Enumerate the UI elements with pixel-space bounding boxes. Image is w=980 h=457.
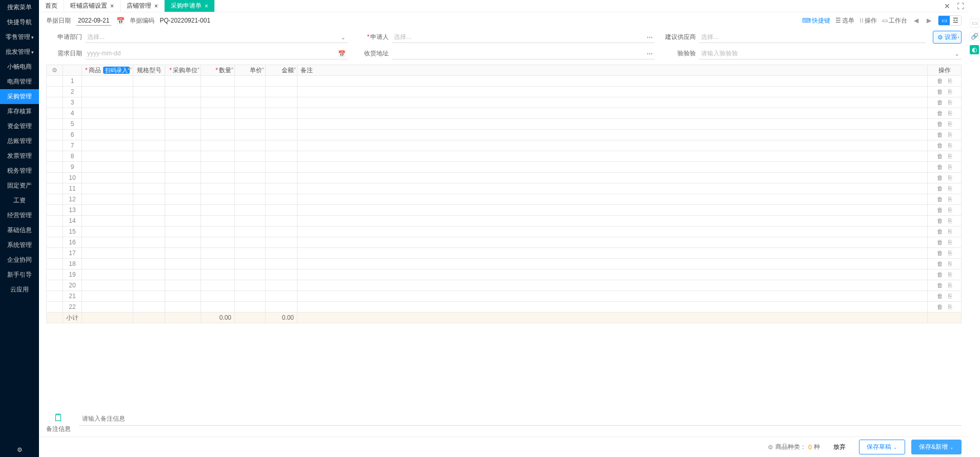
delete-icon[interactable]: 🗑 <box>937 206 943 214</box>
applicant-input[interactable] <box>392 31 654 43</box>
copy-icon[interactable]: ⎘ <box>948 131 952 138</box>
table-row[interactable]: 15🗑⎘ <box>47 226 962 237</box>
close-icon[interactable]: × <box>154 3 158 10</box>
copy-icon[interactable]: ⎘ <box>948 77 952 85</box>
copy-icon[interactable]: ⎘ <box>948 293 952 300</box>
tab-3[interactable]: 采购申请单× <box>165 0 215 12</box>
discard-button[interactable]: 放弃 <box>826 440 853 454</box>
prev-doc-icon[interactable]: ◀ <box>912 17 920 24</box>
need-date-input[interactable] <box>85 48 348 59</box>
col-qty[interactable]: ▴▾*数量 <box>201 65 235 76</box>
workbench-link[interactable]: ▭ 工作台 <box>882 16 907 25</box>
strip-icon-3[interactable]: ◐ <box>970 45 979 54</box>
sidebar-item-17[interactable]: 企业协同 <box>0 253 39 267</box>
delete-icon[interactable]: 🗑 <box>937 271 943 278</box>
col-price[interactable]: 单价▴▾ <box>235 65 266 76</box>
ellipsis-icon[interactable]: ⋯ <box>953 34 959 41</box>
table-row[interactable]: 1🗑⎘ <box>47 76 962 87</box>
copy-icon[interactable]: ⎘ <box>948 260 952 267</box>
sidebar-item-19[interactable]: 云应用 <box>0 282 39 297</box>
table-row[interactable]: 19🗑⎘ <box>47 269 962 280</box>
chevron-down-icon[interactable]: ⌄ <box>954 50 959 57</box>
table-row[interactable]: 9🗑⎘ <box>47 162 962 173</box>
sidebar-item-10[interactable]: 发票管理 <box>0 149 39 163</box>
close-all-icon[interactable]: ✕ <box>942 1 952 11</box>
sidebar-item-16[interactable]: 系统管理 <box>0 238 39 253</box>
delete-icon[interactable]: 🗑 <box>937 110 943 117</box>
tab-2[interactable]: 店铺管理× <box>121 0 165 12</box>
delete-icon[interactable]: 🗑 <box>937 174 943 181</box>
table-row[interactable]: 22🗑⎘ <box>47 302 962 313</box>
view-form-button[interactable]: ▭ <box>938 16 950 25</box>
gear-icon[interactable]: ⚙ <box>52 67 57 74</box>
calendar-icon[interactable]: 📅 <box>338 50 346 57</box>
copy-icon[interactable]: ⎘ <box>948 120 952 128</box>
copy-icon[interactable]: ⎘ <box>948 110 952 117</box>
delete-icon[interactable]: 🗑 <box>937 163 943 171</box>
sidebar-item-2[interactable]: 零售管理▾ <box>0 30 39 45</box>
close-icon[interactable]: × <box>110 3 114 10</box>
sidebar-item-5[interactable]: 电商管理 <box>0 74 39 89</box>
copy-icon[interactable]: ⎘ <box>948 271 952 278</box>
sidebar-item-15[interactable]: 基础信息 <box>0 223 39 238</box>
copy-icon[interactable]: ⎘ <box>948 142 952 149</box>
sidebar-item-13[interactable]: 工资 <box>0 193 39 208</box>
gear-icon[interactable]: ⚙ <box>768 444 773 451</box>
copy-icon[interactable]: ⎘ <box>948 250 952 257</box>
tab-1[interactable]: 旺铺店铺设置× <box>64 0 121 12</box>
delete-icon[interactable]: 🗑 <box>937 99 943 106</box>
ellipsis-icon[interactable]: ⋯ <box>647 34 653 41</box>
ellipsis-icon[interactable]: ⋯ <box>647 50 653 57</box>
delete-icon[interactable]: 🗑 <box>937 153 943 160</box>
copy-icon[interactable]: ⎘ <box>948 185 952 192</box>
select-bill-link[interactable]: ☰ 选单 <box>835 16 854 25</box>
expand-icon[interactable]: ⛶ <box>955 1 966 11</box>
sidebar-item-9[interactable]: 总账管理 <box>0 134 39 149</box>
table-row[interactable]: 20🗑⎘ <box>47 280 962 291</box>
copy-icon[interactable]: ⎘ <box>948 174 952 181</box>
table-row[interactable]: 4🗑⎘ <box>47 108 962 119</box>
delete-icon[interactable]: 🗑 <box>937 250 943 257</box>
copy-icon[interactable]: ⎘ <box>948 163 952 171</box>
shortcut-link[interactable]: ⌨ 快捷键 <box>802 16 830 25</box>
sidebar-item-12[interactable]: 固定资产 <box>0 178 39 193</box>
delete-icon[interactable]: 🗑 <box>937 142 943 149</box>
chevron-down-icon[interactable]: ⌄ <box>341 34 346 41</box>
copy-icon[interactable]: ⎘ <box>948 99 952 106</box>
col-unit[interactable]: ▴▾*采购单位 <box>165 65 201 76</box>
table-row[interactable]: 13🗑⎘ <box>47 205 962 216</box>
save-draft-button[interactable]: 保存草稿⌄ <box>859 440 905 454</box>
next-doc-icon[interactable]: ▶ <box>925 17 933 24</box>
delete-icon[interactable]: 🗑 <box>937 131 943 138</box>
sidebar-item-14[interactable]: 经营管理 <box>0 208 39 223</box>
table-row[interactable]: 6🗑⎘ <box>47 130 962 140</box>
delete-icon[interactable]: 🗑 <box>937 77 943 85</box>
col-spec[interactable]: 规格型号 <box>133 65 165 76</box>
delete-icon[interactable]: 🗑 <box>937 228 943 235</box>
col-goods[interactable]: ▴▾*商品扫码录入 <box>82 65 133 76</box>
table-row[interactable]: 11🗑⎘ <box>47 183 962 194</box>
col-note[interactable]: 备注 <box>297 65 928 76</box>
table-row[interactable]: 3🗑⎘ <box>47 97 962 108</box>
sidebar-item-0[interactable]: 搜索菜单 <box>0 0 39 15</box>
copy-icon[interactable]: ⎘ <box>948 88 952 95</box>
sidebar-item-4[interactable]: 小畅电商 <box>0 59 39 74</box>
delete-icon[interactable]: 🗑 <box>937 239 943 246</box>
sidebar-item-7[interactable]: 库存核算 <box>0 104 39 119</box>
table-row[interactable]: 5🗑⎘ <box>47 119 962 130</box>
tab-0[interactable]: 首页 <box>39 0 64 12</box>
table-row[interactable]: 17🗑⎘ <box>47 248 962 259</box>
table-row[interactable]: 21🗑⎘ <box>47 291 962 302</box>
copy-icon[interactable]: ⎘ <box>948 153 952 160</box>
calendar-icon[interactable]: 📅 <box>116 17 125 25</box>
strip-icon-1[interactable]: ▭ <box>970 18 979 28</box>
table-row[interactable]: 7🗑⎘ <box>47 140 962 151</box>
copy-icon[interactable]: ⎘ <box>948 206 952 214</box>
sidebar-item-8[interactable]: 资金管理 <box>0 119 39 134</box>
copy-icon[interactable]: ⎘ <box>948 196 952 203</box>
table-row[interactable]: 12🗑⎘ <box>47 194 962 205</box>
sidebar-item-1[interactable]: 快捷导航 <box>0 15 39 30</box>
delete-icon[interactable]: 🗑 <box>937 217 943 224</box>
strip-icon-2[interactable]: 🔗 <box>970 32 979 41</box>
scan-tag[interactable]: 扫码录入 <box>103 67 130 74</box>
